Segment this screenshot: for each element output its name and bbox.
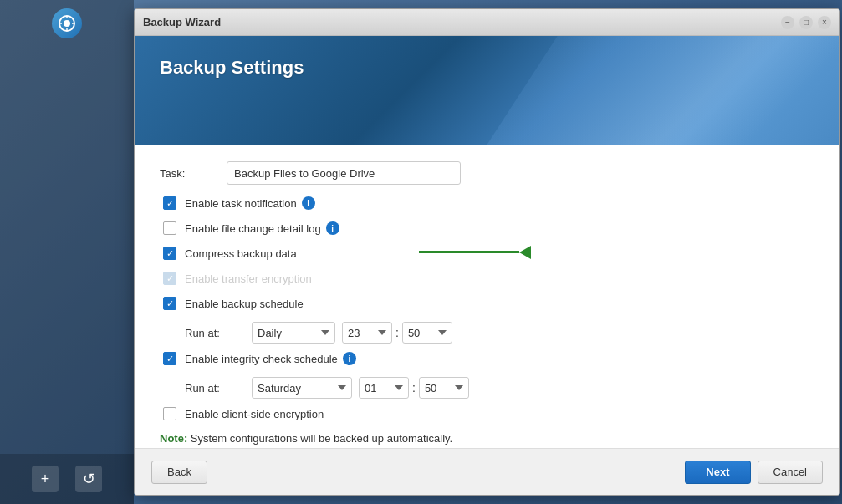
- integrity-colon: :: [412, 381, 416, 395]
- backup-schedule-check-icon: ✓: [166, 299, 174, 308]
- backup-schedule-run-row: Run at: Daily Weekly Monthly 23 : 50: [160, 322, 814, 344]
- green-arrow: [419, 246, 531, 259]
- notify-row: ✓ Enable task notification i: [160, 196, 814, 210]
- wizard-header-title: Backup Settings: [160, 57, 304, 79]
- file-log-checkbox[interactable]: [163, 221, 176, 235]
- window-controls: − □ ×: [781, 16, 831, 29]
- integrity-day-select[interactable]: Saturday Sunday Monday Tuesday Wednesday…: [252, 377, 352, 399]
- cancel-button[interactable]: Cancel: [758, 461, 823, 484]
- file-log-row: Enable file change detail log i: [160, 221, 814, 235]
- svg-point-1: [64, 20, 70, 27]
- arrow-line: [419, 251, 519, 253]
- backup-colon: :: [395, 326, 399, 339]
- taskbar-left: + ↺: [0, 0, 134, 504]
- compress-check-icon: ✓: [166, 249, 174, 258]
- file-log-label: Enable file change detail log: [185, 222, 321, 235]
- integrity-schedule-run-row: Run at: Saturday Sunday Monday Tuesday W…: [160, 377, 814, 399]
- backup-schedule-label: Enable backup schedule: [185, 298, 304, 310]
- history-button[interactable]: ↺: [75, 466, 102, 492]
- add-button[interactable]: +: [32, 466, 59, 492]
- client-enc-label: Enable client-side encryption: [185, 408, 324, 420]
- transfer-enc-label: Enable transfer encryption: [185, 272, 312, 285]
- title-bar: Backup Wizard − □ ×: [135, 9, 839, 36]
- file-log-info-icon[interactable]: i: [326, 221, 339, 235]
- client-enc-row: Enable client-side encryption: [160, 407, 814, 420]
- task-label: Task:: [160, 167, 227, 180]
- minimize-button[interactable]: −: [781, 16, 794, 29]
- compress-row: ✓ Compress backup data: [160, 247, 814, 260]
- integrity-check-label: Enable integrity check schedule: [185, 353, 338, 365]
- next-button[interactable]: Next: [685, 461, 750, 484]
- transfer-enc-row: ✓ Enable transfer encryption: [160, 272, 814, 285]
- integrity-hour-select[interactable]: 01: [359, 377, 409, 399]
- backup-frequency-select[interactable]: Daily Weekly Monthly: [252, 322, 335, 344]
- client-enc-checkbox[interactable]: [163, 407, 176, 420]
- taskbar-bottom: + ↺: [0, 454, 134, 504]
- note-label: Note:: [160, 432, 187, 445]
- integrity-check-info-icon[interactable]: i: [343, 352, 356, 365]
- integrity-check-row: ✓ Enable integrity check schedule i: [160, 352, 814, 365]
- desktop: + ↺ Backup Wizard − □ × Backup Settings …: [0, 0, 842, 504]
- backup-schedule-row: ✓ Enable backup schedule: [160, 297, 814, 310]
- window-title: Backup Wizard: [143, 16, 221, 28]
- backup-hour-select[interactable]: 23: [342, 322, 392, 344]
- transfer-enc-checkbox[interactable]: ✓: [163, 272, 176, 285]
- integrity-check-checkbox[interactable]: ✓: [163, 352, 176, 365]
- arrow-head: [519, 246, 531, 259]
- integrity-minute-select[interactable]: 50: [419, 377, 469, 399]
- notify-info-icon[interactable]: i: [302, 196, 315, 210]
- compress-label: Compress backup data: [185, 247, 297, 260]
- integrity-run-label: Run at:: [185, 382, 252, 395]
- backup-wizard-window: Backup Wizard − □ × Backup Settings Task…: [134, 8, 840, 496]
- notify-check-icon: ✓: [166, 199, 174, 208]
- app-icon[interactable]: [52, 8, 82, 38]
- compress-arrow-container: Compress backup data: [185, 247, 297, 260]
- note-row: Note: System configurations will be back…: [160, 432, 814, 445]
- notify-checkbox[interactable]: ✓: [163, 196, 176, 210]
- integrity-check-icon: ✓: [166, 354, 174, 364]
- close-button[interactable]: ×: [818, 16, 831, 29]
- transfer-enc-check-icon: ✓: [166, 274, 174, 283]
- wizard-header: Backup Settings: [135, 36, 839, 145]
- maximize-button[interactable]: □: [799, 16, 813, 29]
- compress-checkbox[interactable]: ✓: [163, 247, 176, 260]
- footer-right: Next Cancel: [685, 461, 823, 484]
- note-text: System configurations will be backed up …: [191, 432, 452, 445]
- wizard-footer: Back Next Cancel: [135, 448, 839, 495]
- task-input[interactable]: [227, 161, 461, 185]
- task-row: Task:: [160, 161, 814, 185]
- backup-schedule-checkbox[interactable]: ✓: [163, 297, 176, 310]
- back-button[interactable]: Back: [151, 461, 207, 484]
- backup-run-label: Run at:: [185, 327, 252, 339]
- notify-label: Enable task notification: [185, 197, 297, 210]
- wizard-content: Task: ✓ Enable task notification i Enabl…: [135, 145, 839, 448]
- backup-minute-select[interactable]: 50: [402, 322, 452, 344]
